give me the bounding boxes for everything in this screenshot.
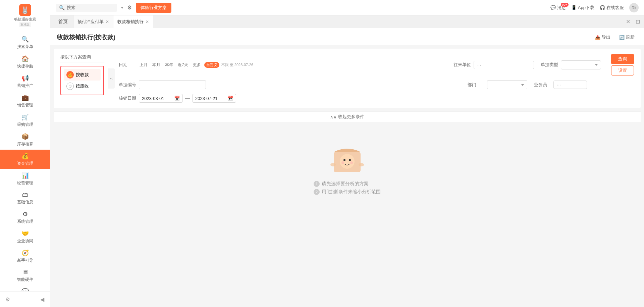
industry-solution-button[interactable]: 体验行业方案: [136, 3, 171, 13]
app-download-icon: 📱: [571, 5, 577, 10]
doc-type-field: 单据类型: [541, 60, 601, 69]
sidebar-item-basics[interactable]: 🗃 基础信息: [0, 189, 50, 208]
doc-no-field: 单据编号: [119, 80, 206, 89]
counterpart-label: 往来单位: [453, 62, 471, 68]
settings-button[interactable]: 设置: [611, 65, 634, 75]
sidebar: 🐰 畅捷通好生意 标准版 🔍 搜索菜单 🏠 快捷导航 📢 营销推广 💼 销售管理…: [0, 0, 50, 307]
filter-sidebar-collapse-btn[interactable]: ‹‹: [108, 68, 115, 89]
doc-type-select[interactable]: [561, 60, 601, 69]
topbar-search-box[interactable]: 🔍: [56, 4, 117, 12]
topbar: 🔍 ▾ ⚙ 体验行业方案 💬 消息 99+ 📱 App下载 🎧 在线客服 Rit: [50, 0, 644, 15]
tabbar-right: ✕ ⊡: [625, 17, 641, 26]
filter-type-sidebar: 按以下方案查询 💰 按收款 ⏱ 按应收: [60, 54, 104, 103]
marketing-icon: 📢: [21, 74, 29, 82]
date-this-month[interactable]: 本月: [151, 61, 162, 68]
operations-icon: 📊: [21, 172, 29, 179]
filter-row-2: 单据编号 部门 业务员 ···: [119, 80, 634, 89]
calendar-end-icon[interactable]: 📅: [227, 96, 233, 101]
sidebar-item-search[interactable]: 🔍 搜索菜单: [0, 33, 50, 52]
avatar: Rit: [629, 3, 639, 12]
sidebar-item-quicknav[interactable]: 🏠 快捷导航: [0, 52, 50, 72]
custom-date-badge[interactable]: 自定义: [204, 62, 219, 68]
main-content: 🔍 ▾ ⚙ 体验行业方案 💬 消息 99+ 📱 App下载 🎧 在线客服 Rit: [50, 0, 644, 307]
filter-form: 日期 上月 本月 本年 近7天 更多 自定义 不限 至 2023-07-26 往…: [119, 54, 634, 103]
svg-point-5: [350, 161, 353, 164]
filter-sidebar-title: 按以下方案查询: [60, 54, 104, 62]
salesperson-label: 业务员: [534, 82, 551, 88]
filter-option-by-receivable[interactable]: ⏱ 按应收: [64, 81, 101, 92]
salesperson-field: 业务员 ···: [534, 81, 587, 89]
basics-icon: 🗃: [22, 191, 28, 198]
wechat-icon: 💬: [21, 288, 29, 291]
settings-bottom-btn[interactable]: ⚙: [3, 294, 13, 304]
department-select[interactable]: [487, 80, 527, 89]
counterpart-input[interactable]: ···: [474, 61, 534, 69]
topbar-chevron-icon[interactable]: ▾: [121, 5, 123, 10]
date-range-divider: —: [185, 95, 190, 101]
date-more[interactable]: 更多: [192, 61, 202, 68]
sales-icon: 💼: [21, 94, 29, 101]
app-download-button[interactable]: 📱 App下载: [571, 5, 594, 11]
filter-option-by-collection[interactable]: 💰 按收款: [64, 69, 101, 81]
date-this-year[interactable]: 本年: [164, 61, 174, 68]
hardware-icon: 🖥: [22, 269, 28, 276]
tab-prepay[interactable]: 预付冲应付单 ✕: [73, 15, 113, 28]
department-label: 部门: [468, 82, 484, 88]
topbar-gear-icon[interactable]: ⚙: [127, 4, 132, 11]
sidebar-item-guide[interactable]: 🧭 新手引导: [0, 247, 50, 266]
salesperson-input[interactable]: ···: [553, 81, 587, 89]
collapse-label: 收起更多条件: [338, 114, 364, 120]
export-button[interactable]: 📤 导出: [592, 33, 613, 42]
export-icon: 📤: [595, 35, 600, 40]
sidebar-item-sales[interactable]: 💼 销售管理: [0, 91, 50, 111]
sidebar-item-system[interactable]: ⚙ 系统管理: [0, 208, 50, 227]
logo-badge: 标准版: [19, 22, 31, 27]
svg-point-7: [359, 163, 364, 166]
sidebar-item-wechat[interactable]: 💬 企业微信: [0, 285, 50, 291]
tab-collection-close[interactable]: ✕: [146, 20, 149, 24]
search-topbar-icon: 🔍: [59, 5, 65, 10]
sidebar-item-marketing[interactable]: 📢 营销推广: [0, 72, 50, 91]
doc-no-label: 单据编号: [119, 82, 136, 88]
empty-illustration: [327, 142, 367, 175]
calendar-start-icon[interactable]: 📅: [174, 96, 180, 101]
funds-icon: 💰: [21, 152, 29, 160]
online-service-button[interactable]: 🎧 在线客服: [600, 5, 624, 11]
sidebar-logo: 🐰 畅捷通好生意 标准版: [0, 0, 50, 30]
verification-start-input[interactable]: [142, 96, 172, 101]
svg-point-6: [330, 163, 336, 166]
sidebar-item-operations[interactable]: 📊 经营管理: [0, 169, 50, 189]
sidebar-item-collab[interactable]: 🤝 企业协同: [0, 227, 50, 247]
date-label: 日期: [119, 62, 136, 68]
doc-no-input[interactable]: [139, 80, 206, 89]
close-all-tabs-btn[interactable]: ✕: [625, 17, 632, 26]
sidebar-footer: ⚙ ◀: [0, 291, 50, 307]
department-field: 部门: [468, 80, 527, 89]
user-avatar-area[interactable]: Rit: [629, 3, 639, 12]
sidebar-item-funds[interactable]: 💰 资金管理: [0, 150, 50, 169]
tabbar: 首页 预付冲应付单 ✕ 收款核销执行 ✕ ✕ ⊡: [50, 15, 644, 28]
empty-state: 1 请先选择要分析的方案 2 用[过滤]条件来缩小分析范围: [50, 122, 644, 217]
message-button[interactable]: 💬 消息 99+: [550, 5, 566, 11]
query-button[interactable]: 查询: [611, 54, 634, 64]
sidebar-item-inventory[interactable]: 📦 库存核算: [0, 130, 50, 150]
tab-collection[interactable]: 收款核销执行 ✕: [113, 15, 153, 28]
sidebar-item-purchase[interactable]: 🛒 采购管理: [0, 111, 50, 130]
tab-prepay-close[interactable]: ✕: [106, 20, 109, 24]
empty-hint-1: 1 请先选择要分析的方案: [314, 181, 381, 187]
date-links: 上月 本月 本年 近7天 更多 自定义 不限 至 2023-07-26: [138, 61, 253, 68]
maximize-btn[interactable]: ⊡: [634, 17, 641, 26]
collapse-sidebar-btn[interactable]: ◀: [37, 294, 47, 304]
topbar-search-input[interactable]: [67, 5, 114, 10]
page-header-actions: 📤 导出 🔄 刷新: [592, 33, 637, 42]
verification-end-input[interactable]: [195, 96, 225, 101]
date-7days[interactable]: 近7天: [176, 61, 190, 68]
filter-row-1: 日期 上月 本月 本年 近7天 更多 自定义 不限 至 2023-07-26 往…: [119, 54, 634, 75]
refresh-button[interactable]: 🔄 刷新: [616, 33, 637, 42]
collapse-more-conditions-btn[interactable]: ∧∧ 收起更多条件: [54, 111, 641, 122]
date-last-month[interactable]: 上月: [138, 61, 149, 68]
sidebar-item-hardware[interactable]: 🖥 智能硬件: [0, 266, 50, 285]
verification-end-wrap: 📅: [192, 94, 236, 103]
sidebar-menu: 🔍 搜索菜单 🏠 快捷导航 📢 营销推广 💼 销售管理 🛒 采购管理 📦 库存核…: [0, 30, 50, 291]
tab-home[interactable]: 首页: [53, 15, 73, 28]
